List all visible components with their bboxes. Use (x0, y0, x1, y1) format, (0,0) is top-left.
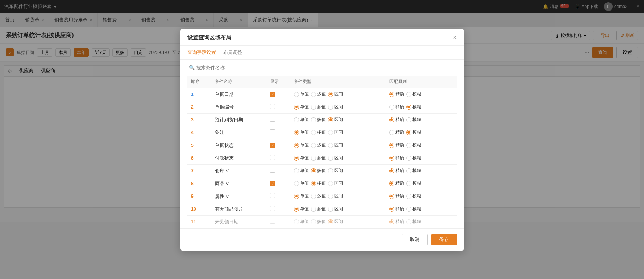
radio-match-match_exact[interactable]: 精确 (389, 142, 404, 148)
radio-match-match_exact[interactable]: 精确 (389, 117, 404, 123)
display-checkbox[interactable] (270, 117, 275, 122)
radio-type-type_multi[interactable]: 多值 (311, 180, 326, 186)
radio-type-type_multi[interactable]: 多值 (311, 91, 326, 97)
radio-type-type_multi[interactable]: 多值 (311, 142, 326, 148)
radio-type-type_multi[interactable]: 多值 (311, 219, 326, 222)
dialog-tab-layout-adjust[interactable]: 布局调整 (223, 49, 242, 59)
radio-match-match_fuzzy[interactable]: 模糊 (406, 168, 421, 174)
radio-type-type_multi[interactable]: 多值 (311, 155, 326, 161)
radio-type-type_range[interactable]: 区间 (328, 129, 343, 135)
table-row: 4备注单值多值区间精确模糊 (187, 126, 457, 139)
radio-match-match_fuzzy[interactable]: 模糊 (406, 206, 421, 212)
display-checkbox[interactable] (270, 104, 275, 109)
radio-type-type_multi[interactable]: 多值 (311, 206, 326, 212)
radio-circle-match-match_fuzzy (406, 219, 411, 222)
radio-type-type_single[interactable]: 单值 (294, 129, 309, 135)
radio-type-type_single[interactable]: 单值 (294, 180, 309, 186)
radio-label-type_multi: 多值 (317, 129, 326, 135)
radio-type-type_single[interactable]: 单值 (294, 142, 309, 148)
radio-match-match_exact[interactable]: 精确 (389, 168, 404, 174)
dialog-overlay: 设置查询区域布局 × 查询字段设置 布局调整 🔍 顺序 (0, 0, 644, 222)
table-row: 6付款状态单值多值区间精确模糊 (187, 152, 457, 164)
radio-type-type_multi[interactable]: 多值 (311, 129, 326, 135)
radio-type-type_range[interactable]: 区间 (328, 193, 343, 199)
radio-type-type_range[interactable]: 区间 (328, 206, 343, 212)
radio-type-type_single[interactable]: 单值 (294, 168, 309, 174)
radio-type-type_multi[interactable]: 多值 (311, 117, 326, 123)
radio-label-match-match_fuzzy: 模糊 (412, 168, 421, 174)
radio-match-match_exact[interactable]: 精确 (389, 206, 404, 212)
radio-label-match-match_exact: 精确 (395, 104, 404, 110)
radio-type-type_multi[interactable]: 多值 (311, 104, 326, 110)
radio-type-type_range[interactable]: 区间 (328, 168, 343, 174)
radio-match-match_exact[interactable]: 精确 (389, 193, 404, 199)
radio-circle-match-match_fuzzy (406, 117, 411, 122)
radio-circle-type_multi (311, 219, 316, 222)
display-checkbox[interactable] (270, 193, 275, 198)
display-checkbox[interactable] (270, 219, 275, 222)
radio-type-type_single[interactable]: 单值 (294, 219, 309, 222)
radio-circle-type_single (294, 117, 299, 122)
radio-type-type_multi[interactable]: 多值 (311, 168, 326, 174)
radio-match-match_exact[interactable]: 精确 (389, 104, 404, 110)
radio-type-type_range[interactable]: 区间 (328, 155, 343, 161)
dialog-close-button[interactable]: × (453, 34, 457, 42)
radio-label-type_single: 单值 (300, 193, 309, 199)
radio-circle-match-match_exact (389, 207, 394, 212)
radio-match-match_fuzzy[interactable]: 模糊 (406, 142, 421, 148)
radio-match-match_exact[interactable]: 精确 (389, 180, 404, 186)
th-name: 条件名称 (211, 76, 266, 88)
radio-match-match_exact[interactable]: 精确 (389, 155, 404, 161)
cell-name: 单据状态 (211, 139, 266, 152)
radio-circle-match-match_fuzzy (406, 156, 411, 161)
radio-type-type_range[interactable]: 区间 (328, 104, 343, 110)
radio-type-type_range[interactable]: 区间 (328, 142, 343, 148)
cell-type: 单值多值区间 (290, 203, 385, 215)
radio-match-match_exact[interactable]: 精确 (389, 91, 404, 97)
radio-match-match_fuzzy[interactable]: 模糊 (406, 117, 421, 123)
dialog-tab-field-settings[interactable]: 查询字段设置 (187, 49, 216, 59)
radio-label-type_multi: 多值 (317, 104, 326, 110)
display-checkbox[interactable] (270, 143, 275, 148)
radio-type-type_single[interactable]: 单值 (294, 155, 309, 161)
radio-match-match_fuzzy[interactable]: 模糊 (406, 155, 421, 161)
radio-type-type_range[interactable]: 区间 (328, 117, 343, 123)
radio-match-match_fuzzy[interactable]: 模糊 (406, 129, 421, 135)
radio-match-match_exact[interactable]: 精确 (389, 129, 404, 135)
radio-type-type_single[interactable]: 单值 (294, 91, 309, 97)
radio-label-type_multi: 多值 (317, 219, 326, 222)
table-row: 10有无商品图片单值多值区间精确模糊 (187, 203, 457, 215)
radio-match-match_fuzzy[interactable]: 模糊 (406, 91, 421, 97)
display-checkbox[interactable] (270, 206, 275, 211)
seq-number: 9 (191, 193, 194, 199)
display-checkbox[interactable] (270, 129, 275, 134)
cell-type: 单值多值区间 (290, 152, 385, 164)
radio-circle-type_multi (311, 117, 316, 122)
display-checkbox[interactable] (270, 92, 275, 97)
radio-type-type_range[interactable]: 区间 (328, 91, 343, 97)
radio-circle-type_single (294, 92, 299, 97)
radio-type-type_single[interactable]: 单值 (294, 104, 309, 110)
radio-match-match_fuzzy[interactable]: 模糊 (406, 104, 421, 110)
radio-circle-match-match_exact (389, 105, 394, 110)
radio-circle-match-match_exact (389, 219, 394, 222)
radio-label-match-match_fuzzy: 模糊 (412, 206, 421, 212)
radio-match-match_exact[interactable]: 精确 (389, 219, 404, 222)
radio-label-match-match_fuzzy: 模糊 (412, 193, 421, 199)
radio-type-type_single[interactable]: 单值 (294, 193, 309, 199)
radio-type-type_single[interactable]: 单值 (294, 117, 309, 123)
display-checkbox[interactable] (270, 168, 275, 173)
radio-match-match_fuzzy[interactable]: 模糊 (406, 180, 421, 186)
radio-type-type_range[interactable]: 区间 (328, 219, 343, 222)
table-row: 9属性 ∨单值多值区间精确模糊 (187, 190, 457, 203)
radio-type-type_range[interactable]: 区间 (328, 180, 343, 186)
radio-match-match_fuzzy[interactable]: 模糊 (406, 219, 421, 222)
cell-name: 付款状态 (211, 152, 266, 164)
radio-label-type_multi: 多值 (317, 193, 326, 199)
search-input[interactable] (187, 63, 260, 72)
radio-match-match_fuzzy[interactable]: 模糊 (406, 193, 421, 199)
radio-type-type_single[interactable]: 单值 (294, 206, 309, 212)
display-checkbox[interactable] (270, 155, 275, 160)
display-checkbox[interactable] (270, 181, 275, 186)
radio-type-type_multi[interactable]: 多值 (311, 193, 326, 199)
